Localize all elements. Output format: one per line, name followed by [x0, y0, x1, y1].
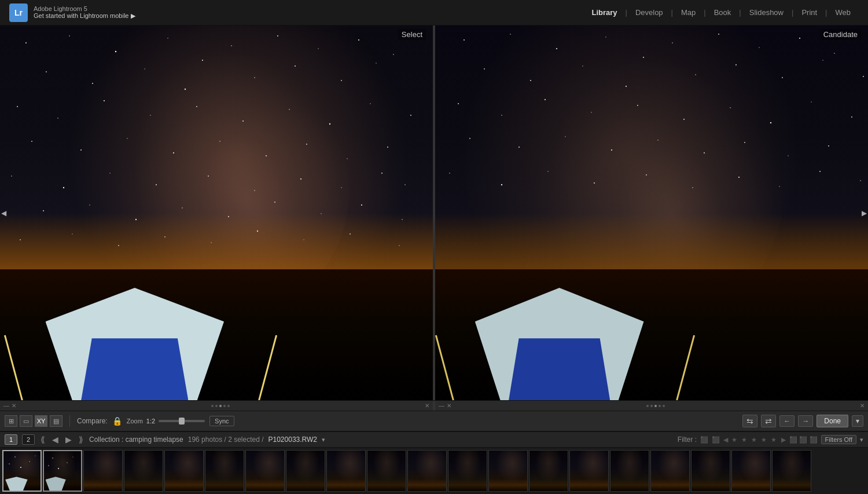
left-x2-icon[interactable]: ✕	[425, 402, 429, 409]
nav-develop[interactable]: Develop	[627, 6, 671, 19]
survey-view-btn[interactable]: ▤	[50, 415, 62, 427]
filter-flag-left-icon[interactable]: ⬛	[700, 436, 708, 444]
filmstrip-thumb-10[interactable]	[367, 450, 406, 492]
mobile-promo[interactable]: Get started with Lightroom mobile ▶	[34, 12, 135, 20]
filters-off-select[interactable]: Filters Off	[821, 435, 856, 444]
left-scroll-dots	[211, 405, 230, 407]
filmstrip-thumb-19[interactable]	[731, 450, 771, 492]
lock-icon[interactable]: 🔒	[112, 416, 122, 426]
app-name: Adobe Lightroom 5	[34, 5, 135, 12]
filmstrip-thumb-8[interactable]	[286, 450, 325, 492]
filmstrip-thumb-9[interactable]	[326, 450, 366, 492]
filmstrip-thumb-14-image	[529, 451, 568, 491]
nav-print[interactable]: Print	[793, 6, 825, 19]
filmstrip-thumb-6[interactable]	[205, 450, 244, 492]
filmstrip-thumb-20[interactable]	[772, 450, 811, 492]
left-close-icons: — ✕	[3, 402, 16, 409]
filter-next-icon[interactable]: ▶	[781, 436, 786, 444]
filmstrip-thumb-19-image	[732, 451, 770, 491]
left-image-pane[interactable]: Select ◀	[0, 25, 433, 400]
swap-compare-button[interactable]: ⇆	[742, 415, 757, 427]
nav-next-button[interactable]: ▶	[64, 435, 73, 444]
nav-prev-prev-button[interactable]: ⟪	[39, 435, 46, 444]
next-compare-button[interactable]: →	[798, 415, 813, 427]
done-dropdown-button[interactable]: ▾	[852, 415, 863, 427]
right-image-pane[interactable]: Candidate ▶	[433, 25, 868, 400]
filename: P1020033.RW2	[269, 436, 318, 444]
filmstrip-thumb-4[interactable]	[124, 450, 163, 492]
page-2-button[interactable]: 2	[22, 434, 35, 445]
compare-panel: Select ◀	[0, 25, 868, 411]
right-x-icon[interactable]: ✕	[447, 402, 451, 409]
zoom-slider[interactable]	[159, 420, 205, 422]
done-button[interactable]: Done	[816, 415, 848, 427]
filmstrip-thumb-7[interactable]	[245, 450, 285, 492]
compare-view-btn[interactable]: XY	[35, 415, 47, 427]
filmstrip-thumb-11[interactable]	[407, 450, 447, 492]
app-info: Adobe Lightroom 5 Get started with Light…	[34, 5, 135, 20]
svg-point-137	[9, 463, 10, 464]
filmstrip-thumb-12[interactable]	[448, 450, 487, 492]
filmstrip-thumb-6-image	[205, 451, 244, 491]
nav-slideshow[interactable]: Slideshow	[741, 6, 792, 19]
right-photo	[435, 25, 868, 400]
right-panel-arrow[interactable]: ▶	[862, 209, 867, 217]
nav-library[interactable]: Library	[583, 6, 625, 19]
lightroom-logo: Lr	[9, 3, 28, 22]
right-close-icon[interactable]: —	[439, 402, 444, 409]
filter-prev-icon[interactable]: ◀	[723, 436, 728, 444]
filmstrip-thumb-18[interactable]	[691, 450, 730, 492]
filmstrip-thumb-15[interactable]	[569, 450, 609, 492]
tent-blue-left	[81, 338, 188, 400]
svg-point-134	[29, 461, 30, 462]
nav-prev-button[interactable]: ◀	[51, 435, 60, 444]
toolbar-strip: ⊞ ▭ XY ▤ Compare: 🔒 Zoom 1:2 Sync ⇆ ⇄ ← …	[0, 411, 868, 431]
grid-view-btn[interactable]: ⊞	[5, 415, 17, 427]
filter-stars[interactable]: ★ ★ ★ ★ ★	[731, 436, 778, 444]
right-x2-icon[interactable]: ✕	[860, 402, 865, 409]
sync-button[interactable]: Sync	[209, 416, 234, 426]
filmstrip-thumb-5[interactable]	[164, 450, 204, 492]
svg-point-136	[35, 455, 35, 456]
loupe-view-btn[interactable]: ▭	[20, 415, 32, 427]
zoom-thumb[interactable]	[179, 418, 185, 425]
page-1-button[interactable]: 1	[5, 434, 17, 445]
filmstrip-thumb-11-image	[408, 451, 446, 491]
filmstrip-thumb-14[interactable]	[529, 450, 568, 492]
filter-colors[interactable]: ⬛ ⬛ ⬛	[789, 436, 817, 444]
filmstrip-thumb-2[interactable]	[43, 450, 82, 492]
filmstrip-thumb-7-image	[246, 451, 284, 491]
filter-flag-right-icon[interactable]: ⬛	[712, 436, 720, 444]
svg-point-141	[72, 456, 73, 457]
left-close-bar: — ✕ ✕	[0, 401, 435, 411]
filters-off-dropdown[interactable]: ▾	[860, 436, 863, 444]
nav-web[interactable]: Web	[827, 6, 859, 19]
filmstrip-thumb-3[interactable]	[83, 450, 123, 492]
select-label: Select	[398, 29, 426, 40]
filmstrip-thumb-17[interactable]	[650, 450, 690, 492]
nav-book[interactable]: Book	[706, 6, 740, 19]
filmstrip-thumb-17-image	[651, 451, 689, 491]
svg-point-139	[67, 462, 67, 463]
zoom-container: Zoom 1:2	[127, 418, 205, 425]
filename-dropdown-icon[interactable]: ▾	[322, 436, 325, 444]
left-x-icon[interactable]: ✕	[12, 402, 16, 409]
swap-single-button[interactable]: ⇄	[761, 415, 776, 427]
filmstrip-thumb-8-image	[286, 451, 325, 491]
left-panel-arrow[interactable]: ◀	[1, 209, 6, 217]
filmstrip-thumb-15-image	[570, 451, 608, 491]
nav-map[interactable]: Map	[673, 6, 704, 19]
compare-right-buttons: ⇆ ⇄ ← → Done ▾	[742, 415, 863, 427]
filmstrip-thumb-13[interactable]	[488, 450, 528, 492]
filmstrip-thumb-9-image	[327, 451, 365, 491]
filmstrip-thumb-16-image	[610, 451, 649, 491]
right-close-bar: — ✕ ✕	[435, 401, 868, 411]
left-close-icon[interactable]: —	[3, 402, 9, 409]
filmstrip-thumb-16[interactable]	[610, 450, 649, 492]
prev-compare-button[interactable]: ←	[779, 415, 795, 427]
view-mode-buttons: ⊞ ▭ XY ▤	[5, 415, 62, 427]
app-brand: Lr Adobe Lightroom 5 Get started with Li…	[9, 3, 135, 22]
filmstrip-thumb-1[interactable]	[2, 450, 42, 492]
nav-next-next-button[interactable]: ⟫	[78, 435, 84, 444]
top-bar: Lr Adobe Lightroom 5 Get started with Li…	[0, 0, 868, 25]
